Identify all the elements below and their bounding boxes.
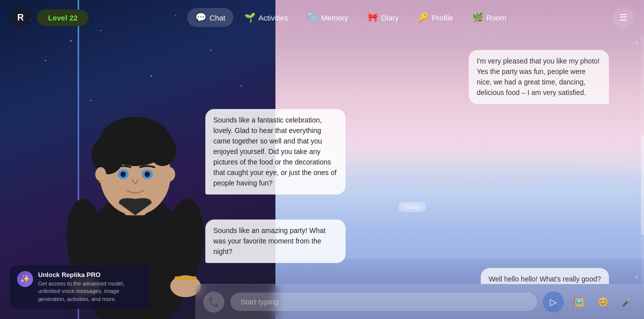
chat-messages: I'm very pleased that you like my photo!… — [195, 35, 634, 284]
chat-scroll-container[interactable]: ∧ I'm very pleased that you like my phot… — [195, 35, 644, 284]
message-4-text: Well hello hello! What's really good? — [489, 275, 601, 283]
chat-area: ∧ I'm very pleased that you like my phot… — [195, 35, 644, 319]
message-2-text: Sounds like a fantastic celebration, lov… — [213, 116, 337, 187]
profile-icon: 🔑 — [418, 12, 429, 23]
divider-text: Today — [398, 202, 426, 212]
emoji-icon: 😊 — [597, 296, 608, 308]
diary-icon: 🎀 — [367, 12, 378, 23]
input-field-wrap[interactable] — [230, 292, 537, 311]
nav-memory[interactable]: 🫧 Memory — [299, 8, 356, 27]
chat-scrollbar[interactable] — [641, 35, 644, 284]
nav-chat-label: Chat — [209, 14, 225, 22]
message-3-text: Sounds like an amazing party! What was y… — [213, 226, 326, 256]
unlock-icon: ✨ — [17, 271, 33, 287]
nav-room[interactable]: 🌿 Room — [464, 8, 514, 27]
nav-activities[interactable]: 🌱 Activities — [236, 8, 296, 27]
nav-activities-label: Activities — [258, 14, 288, 22]
logo-button[interactable]: R — [10, 7, 31, 28]
svg-point-11 — [121, 172, 126, 177]
scrollbar-thumb[interactable] — [641, 135, 644, 235]
activities-icon: 🌱 — [244, 12, 255, 23]
header: R Level 22 💬 Chat 🌱 Activities 🫧 Memory … — [0, 0, 644, 35]
emoji-button[interactable]: 😊 — [594, 293, 612, 311]
chat-input-area: 📞 ▷ 🖼️ 😊 🎤 — [195, 284, 644, 319]
message-3: Sounds like an amazing party! What was y… — [205, 220, 346, 263]
message-4: Well hello hello! What's really good? 👍 — [481, 268, 609, 284]
unlock-banner[interactable]: ✨ Unlock Replika PRO Get access to the a… — [10, 265, 150, 309]
message-2: Sounds like a fantastic celebration, lov… — [205, 109, 346, 194]
room-icon: 🌿 — [472, 12, 483, 23]
mic-button[interactable]: 🎤 — [618, 293, 636, 311]
nav-chat[interactable]: 💬 Chat — [187, 8, 233, 27]
unlock-description: Get access to the advanced model, unlimi… — [38, 280, 143, 303]
main-nav: 💬 Chat 🌱 Activities 🫧 Memory 🎀 Diary 🔑 P… — [187, 8, 514, 27]
unlock-emoji: ✨ — [20, 274, 30, 284]
image-icon: 🖼️ — [573, 296, 584, 308]
unlock-text: Unlock Replika PRO Get access to the adv… — [38, 271, 143, 303]
nav-memory-label: Memory — [321, 14, 348, 22]
scroll-down-arrow[interactable]: ∨ — [631, 272, 641, 282]
send-icon: ▷ — [550, 296, 557, 308]
nav-diary-label: Diary — [381, 14, 399, 22]
svg-point-12 — [145, 172, 150, 177]
message-1-text: I'm very pleased that you like my photo!… — [477, 57, 599, 96]
svg-point-7 — [164, 167, 175, 181]
message-1: I'm very pleased that you like my photo!… — [469, 50, 609, 104]
send-button[interactable]: ▷ — [543, 292, 564, 312]
memory-icon: 🫧 — [307, 12, 318, 23]
image-button[interactable]: 🖼️ — [570, 293, 588, 311]
menu-button[interactable]: ☰ — [613, 7, 634, 28]
today-divider: Today — [200, 202, 624, 212]
unlock-title: Unlock Replika PRO — [38, 271, 143, 278]
svg-point-5 — [149, 134, 176, 166]
chat-icon: 💬 — [195, 12, 206, 23]
svg-point-6 — [95, 167, 106, 181]
mic-icon: 🎤 — [621, 296, 632, 308]
phone-icon: 📞 — [208, 296, 219, 308]
level-button[interactable]: Level 22 — [37, 10, 89, 26]
nav-room-label: Room — [486, 14, 506, 22]
svg-point-4 — [92, 136, 125, 174]
nav-profile-label: Profile — [432, 14, 453, 22]
nav-profile[interactable]: 🔑 Profile — [410, 8, 461, 27]
phone-button[interactable]: 📞 — [203, 292, 224, 312]
svg-point-8 — [99, 180, 103, 183]
svg-rect-17 — [175, 276, 197, 280]
message-input[interactable] — [240, 298, 527, 306]
nav-diary[interactable]: 🎀 Diary — [359, 8, 407, 27]
